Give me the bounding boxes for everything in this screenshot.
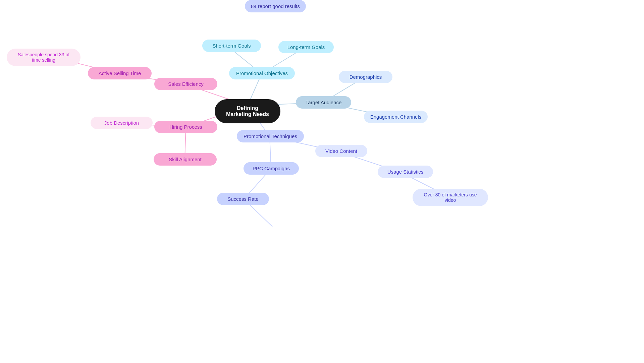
job-description-node[interactable]: Job Description: [91, 117, 153, 129]
sales-efficiency-node[interactable]: Sales Efficiency: [154, 78, 217, 90]
short-term-goals-node[interactable]: Short-term Goals: [202, 40, 261, 52]
center-node[interactable]: Defining Marketing Needs: [215, 99, 280, 123]
salespeople-node[interactable]: Salespeople spend 33 of time selling: [7, 49, 80, 66]
demographics-node[interactable]: Demographics: [339, 71, 392, 83]
hiring-process-node[interactable]: Hiring Process: [154, 121, 217, 133]
skill-alignment-node[interactable]: Skill Alignment: [154, 153, 217, 166]
report84-node[interactable]: 84 report good results: [245, 0, 306, 12]
usage-statistics-node[interactable]: Usage Statistics: [378, 166, 433, 178]
long-term-goals-node[interactable]: Long-term Goals: [278, 41, 334, 53]
engagement-channels-node[interactable]: Engagement Channels: [364, 111, 428, 123]
promotional-objectives-node[interactable]: Promotional Objectives: [229, 67, 295, 79]
ppc-campaigns-node[interactable]: PPC Campaigns: [244, 162, 299, 175]
over80-node[interactable]: Over 80 of marketers use video: [413, 189, 488, 206]
promotional-techniques-node[interactable]: Promotional Techniques: [237, 130, 304, 142]
active-selling-node[interactable]: Active Selling Time: [88, 67, 152, 79]
success-rate-node[interactable]: Success Rate: [217, 193, 269, 205]
video-content-node[interactable]: Video Content: [315, 145, 367, 157]
target-audience-node[interactable]: Target Audience: [296, 96, 351, 109]
